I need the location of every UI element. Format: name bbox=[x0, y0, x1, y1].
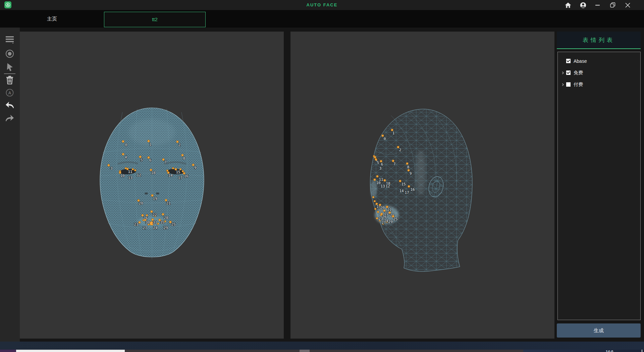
landmark-label: 14 bbox=[399, 189, 404, 193]
landmark-dot[interactable] bbox=[408, 185, 410, 188]
checkbox-filled-icon[interactable] bbox=[566, 82, 571, 87]
expression-item-paid[interactable]: 付费 bbox=[558, 79, 640, 90]
landmark-dot[interactable] bbox=[376, 175, 379, 178]
landmark-label: 29 bbox=[163, 226, 168, 230]
landmark-label: 22 bbox=[152, 213, 157, 217]
titlebar: AUTO FACE bbox=[0, 0, 644, 10]
side-head bbox=[370, 109, 472, 272]
expression-list: Abase 免费 付费 bbox=[557, 52, 641, 320]
landmark-label: 1 bbox=[149, 142, 152, 147]
landmark-label: 7 bbox=[393, 162, 396, 166]
landmark-dot[interactable] bbox=[372, 196, 374, 198]
record-button[interactable] bbox=[5, 49, 14, 58]
landmark-label: 17 bbox=[178, 176, 182, 180]
landmark-label: 29 bbox=[388, 220, 392, 224]
expander-chevron-icon[interactable] bbox=[561, 83, 564, 86]
landmark-label: 20 bbox=[380, 206, 384, 210]
taskbar-clock-fragment: 14:0 bbox=[606, 350, 613, 352]
desktop-sliver: 14:0 bbox=[0, 350, 644, 352]
landmark-dot[interactable] bbox=[134, 169, 136, 171]
landmark-dot[interactable] bbox=[122, 153, 124, 156]
landmark-dot[interactable] bbox=[374, 200, 376, 202]
landmark-label: 13 bbox=[380, 184, 385, 188]
annotate-icon: A bbox=[6, 89, 14, 97]
landmark-dot[interactable] bbox=[162, 213, 164, 216]
landmark-label: 15 bbox=[176, 170, 180, 174]
landmark-label: 5 bbox=[141, 158, 143, 162]
undo-button[interactable] bbox=[5, 100, 14, 109]
home-button[interactable] bbox=[562, 0, 574, 10]
expression-item-free[interactable]: 免费 bbox=[558, 67, 640, 79]
landmark-dot[interactable] bbox=[172, 167, 174, 169]
landmark-label: 2 bbox=[178, 143, 181, 147]
landmark-dot[interactable] bbox=[384, 179, 386, 182]
background-window-edge bbox=[642, 350, 642, 352]
background-window-edge bbox=[0, 350, 16, 352]
checkbox-checked-icon[interactable] bbox=[566, 71, 571, 75]
landmark-label: 25 bbox=[171, 222, 175, 227]
app-title: AUTO FACE bbox=[0, 0, 644, 10]
expander-chevron-icon[interactable] bbox=[561, 71, 564, 74]
minimize-icon bbox=[595, 5, 600, 6]
landmark-label: 0 bbox=[125, 143, 127, 147]
account-button[interactable] bbox=[577, 0, 589, 10]
viewport-front[interactable]: 0124567839111013121815141716192021222628… bbox=[20, 32, 284, 339]
tab-home[interactable]: 主页 bbox=[20, 10, 84, 28]
landmark-label: 7 bbox=[164, 160, 167, 165]
landmark-label: 27 bbox=[143, 226, 147, 230]
record-icon bbox=[5, 49, 14, 58]
cursor-icon bbox=[6, 63, 14, 72]
landmark-dot[interactable] bbox=[377, 211, 379, 213]
landmark-label: 3 bbox=[110, 166, 113, 171]
landmark-dot[interactable] bbox=[376, 217, 378, 219]
expression-item-label: 免费 bbox=[574, 70, 583, 76]
svg-text:A: A bbox=[8, 91, 11, 95]
menu-button[interactable] bbox=[5, 35, 14, 44]
landmark-label: 31 bbox=[153, 220, 157, 225]
landmark-label: 27 bbox=[381, 220, 386, 225]
expression-item-label: 付费 bbox=[574, 82, 583, 88]
landmark-dot[interactable] bbox=[122, 140, 124, 143]
expression-panel-title: 表情列表 bbox=[583, 36, 615, 44]
trash-icon bbox=[6, 76, 13, 84]
front-face-mesh: 0124567839111013121815141716192021222628… bbox=[20, 32, 284, 339]
landmark-label: 10 bbox=[376, 181, 380, 185]
redo-button[interactable] bbox=[5, 113, 14, 123]
landmark-dot[interactable] bbox=[406, 163, 409, 165]
status-strip bbox=[0, 342, 644, 350]
landmark-dot[interactable] bbox=[374, 179, 376, 181]
landmark-dot[interactable] bbox=[108, 164, 110, 167]
landmark-label: 15 bbox=[401, 182, 406, 186]
landmark-label: 14 bbox=[168, 173, 173, 178]
home-icon bbox=[565, 2, 571, 8]
landmark-label: 0 bbox=[384, 137, 386, 141]
generate-button[interactable]: 生成 bbox=[557, 323, 641, 338]
landmark-dot[interactable] bbox=[148, 140, 150, 142]
background-scrollbar-thumb bbox=[300, 350, 310, 352]
undo-icon bbox=[5, 100, 14, 109]
expression-panel: 表情列表 Abase 免费 付费 生成 bbox=[557, 32, 641, 339]
landmark-dot[interactable] bbox=[374, 208, 376, 210]
landmark-dot[interactable] bbox=[182, 170, 184, 172]
landmark-dot[interactable] bbox=[399, 180, 401, 182]
landmark-label: 28 bbox=[164, 216, 168, 220]
select-button[interactable] bbox=[5, 62, 14, 72]
expression-item-label: Abase bbox=[574, 58, 587, 64]
landmark-label: 3 bbox=[379, 166, 382, 171]
landmark-dot[interactable] bbox=[166, 170, 168, 172]
delete-button[interactable] bbox=[5, 75, 14, 85]
landmark-label: 1 bbox=[392, 131, 395, 135]
landmark-label: 2 bbox=[399, 148, 401, 152]
annotate-button[interactable]: A bbox=[5, 88, 14, 97]
minimize-button[interactable] bbox=[592, 0, 603, 10]
checkbox-checked-icon[interactable] bbox=[566, 59, 571, 63]
close-button[interactable] bbox=[622, 0, 633, 10]
expression-item-abase[interactable]: Abase bbox=[558, 55, 640, 67]
landmark-label: 5 bbox=[377, 161, 379, 165]
maximize-button[interactable] bbox=[607, 0, 619, 10]
landmark-label: 13 bbox=[128, 176, 132, 180]
tab-tt2[interactable]: tt2 bbox=[104, 12, 206, 27]
landmark-dot[interactable] bbox=[157, 223, 159, 225]
viewport-side[interactable]: 1024563789111018131215141716192021222826… bbox=[290, 32, 554, 339]
landmark-dot[interactable] bbox=[139, 221, 141, 224]
